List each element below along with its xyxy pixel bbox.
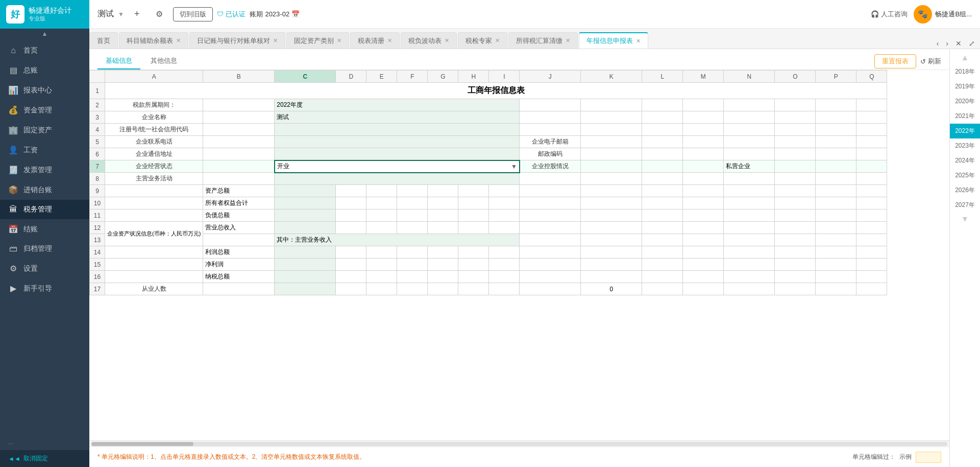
cell-7-Q[interactable] <box>856 160 887 173</box>
cell-16-E[interactable] <box>366 271 397 283</box>
cell-15-D[interactable] <box>336 259 366 271</box>
col-header-J[interactable]: J <box>520 71 581 83</box>
cell-6-N[interactable] <box>724 148 775 160</box>
tab-annual-report-close[interactable]: ✕ <box>636 38 641 44</box>
cell-2-P[interactable] <box>816 99 856 111</box>
cell-11-Q[interactable] <box>856 209 887 222</box>
cell-8-L[interactable] <box>642 173 683 185</box>
col-header-Q[interactable]: Q <box>856 71 887 83</box>
sub-tab-basic[interactable]: 基础信息 <box>97 53 140 69</box>
col-header-E[interactable]: E <box>366 71 397 83</box>
cell-5-Q[interactable] <box>856 136 887 148</box>
cell-15-B[interactable]: 净利润 <box>203 259 275 271</box>
cell-6-A[interactable]: 企业通信地址 <box>105 148 203 160</box>
cell-2-Q[interactable] <box>856 99 887 111</box>
cell-5-L[interactable] <box>642 136 683 148</box>
cell-14-P[interactable] <box>816 246 856 259</box>
cell-16-M[interactable] <box>683 271 724 283</box>
sidebar-item-tax[interactable]: 🏛 税务管理 <box>0 200 89 219</box>
cell-14-C[interactable] <box>275 246 336 259</box>
cell-1-title[interactable]: 工商年报信息表 <box>105 83 887 99</box>
year-item-2021[interactable]: 2021年 <box>950 109 980 124</box>
sidebar-item-fund[interactable]: 💰 资金管理 <box>0 100 89 120</box>
cell-6-Q[interactable] <box>856 148 887 160</box>
sidebar-item-ledger[interactable]: ▤ 总账 <box>0 60 89 80</box>
cell-14-O[interactable] <box>775 246 816 259</box>
tab-maximize[interactable]: ⤢ <box>966 38 978 49</box>
cell-3-K[interactable] <box>581 111 642 124</box>
cell-17-I[interactable] <box>489 283 520 295</box>
cell-15-H[interactable] <box>458 259 489 271</box>
cell-14-G[interactable] <box>428 246 458 259</box>
cell-11-C[interactable] <box>275 209 336 222</box>
cell-4-A[interactable]: 注册号/统一社会信用代码 <box>105 124 203 136</box>
cell-17-F[interactable] <box>397 283 428 295</box>
tab-aux[interactable]: 科目辅助余额表 ✕ <box>119 32 188 49</box>
cell-4-B[interactable] <box>203 124 275 136</box>
sub-tab-other[interactable]: 其他信息 <box>142 53 185 69</box>
cell-15-F[interactable] <box>397 259 428 271</box>
cell-16-L[interactable] <box>642 271 683 283</box>
refresh-button[interactable]: ↺ 刷新 <box>920 57 941 66</box>
tab-close-all[interactable]: ✕ <box>952 38 965 49</box>
cell-9-A[interactable] <box>105 185 203 197</box>
cell-6-O[interactable] <box>775 148 816 160</box>
year-item-2022[interactable]: 2022年 <box>950 124 980 138</box>
cell-17-E[interactable] <box>366 283 397 295</box>
cell-4-Q[interactable] <box>856 124 887 136</box>
cell-11-N[interactable] <box>724 209 775 222</box>
cell-10-F[interactable] <box>397 197 428 209</box>
year-item-2025[interactable]: 2025年 <box>950 168 980 183</box>
cell-4-K[interactable] <box>581 124 642 136</box>
cell-12-P[interactable] <box>816 222 856 234</box>
cell-5-P[interactable] <box>816 136 856 148</box>
cell-15-N[interactable] <box>724 259 775 271</box>
cell-3-B[interactable] <box>203 111 275 124</box>
cell-12-M[interactable] <box>683 222 724 234</box>
cell-11-F[interactable] <box>397 209 428 222</box>
cell-14-A[interactable] <box>105 246 203 259</box>
cell-17-O[interactable] <box>775 283 816 295</box>
service-button[interactable]: 🎧 人工咨询 <box>871 10 908 19</box>
cell-17-L[interactable] <box>642 283 683 295</box>
cell-10-Q[interactable] <box>856 197 887 209</box>
cell-9-Q[interactable] <box>856 185 887 197</box>
cell-12-Q[interactable] <box>856 222 887 234</box>
sidebar-item-invoice[interactable]: 🧾 发票管理 <box>0 160 89 180</box>
cell-14-K[interactable] <box>581 246 642 259</box>
cell-7-B[interactable] <box>203 160 275 173</box>
col-header-I[interactable]: I <box>489 71 520 83</box>
cell-10-B[interactable]: 所有者权益合计 <box>203 197 275 209</box>
cell-16-K[interactable] <box>581 271 642 283</box>
sidebar-item-home[interactable]: ⌂ 首页 <box>0 41 89 60</box>
cell-7-P[interactable] <box>816 160 856 173</box>
cell-10-K[interactable] <box>581 197 642 209</box>
cell-4-J[interactable] <box>520 124 581 136</box>
cell-16-J[interactable] <box>520 271 581 283</box>
cell-17-M[interactable] <box>683 283 724 295</box>
cell-9-D[interactable] <box>336 185 366 197</box>
year-scroll-up[interactable]: ▲ <box>950 51 980 64</box>
cell-16-A[interactable] <box>105 271 203 283</box>
year-item-2026[interactable]: 2026年 <box>950 183 980 198</box>
sidebar-item-archive[interactable]: 🗃 归档管理 <box>0 239 89 259</box>
cell-17-P[interactable] <box>816 283 856 295</box>
cell-6-M[interactable] <box>683 148 724 160</box>
cell-11-G[interactable] <box>428 209 458 222</box>
cell-11-O[interactable] <box>775 209 816 222</box>
year-item-2023[interactable]: 2023年 <box>950 138 980 153</box>
sidebar-item-settings[interactable]: ⚙ 设置 <box>0 259 89 278</box>
cell-13-M[interactable] <box>683 234 724 246</box>
cell-8-Q[interactable] <box>856 173 887 185</box>
cell-13-N[interactable] <box>724 234 775 246</box>
unpin-button[interactable]: ◄◄ 取消固定 <box>0 450 89 467</box>
cell-5-C[interactable] <box>275 136 520 148</box>
cell-17-N[interactable] <box>724 283 775 295</box>
cell-15-O[interactable] <box>775 259 816 271</box>
cell-16-C[interactable] <box>275 271 336 283</box>
switch-old-version-button[interactable]: 切到旧版 <box>173 7 213 21</box>
cell-8-P[interactable] <box>816 173 856 185</box>
cell-12-A[interactable]: 企业资产状况信息(币种：人民币万元) <box>105 222 203 246</box>
cell-17-C[interactable] <box>275 283 336 295</box>
cell-12-H[interactable] <box>458 222 489 234</box>
